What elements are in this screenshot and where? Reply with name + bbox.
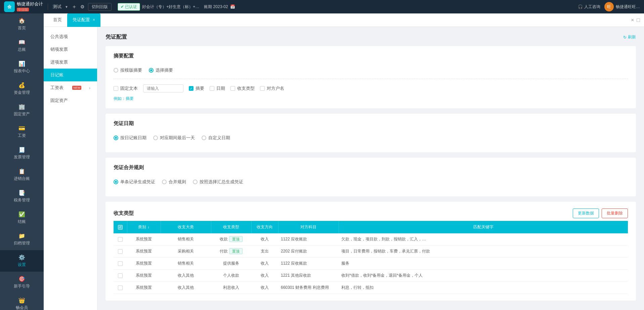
checkbox-0[interactable] <box>118 237 123 242</box>
logo-icon: 会 <box>4 1 15 12</box>
new-badge: NEW <box>72 86 81 90</box>
checkbox-summary[interactable]: ✓ 摘要 <box>189 85 204 91</box>
row-main-type-3: 收入其他 <box>161 270 211 282</box>
guide-icon: 🎯 <box>18 276 25 282</box>
row-checkbox-3[interactable] <box>114 270 127 282</box>
row-checkbox-4[interactable] <box>114 282 127 294</box>
minimize-button[interactable]: × <box>631 17 634 23</box>
row-checkbox-0[interactable] <box>114 233 127 245</box>
th-account: 对方科目 <box>278 221 339 233</box>
summary-radio-group: 按模版摘要 选择摘要 <box>114 67 628 73</box>
row-main-type-0: 销售相关 <box>161 233 211 245</box>
dropdown-icon[interactable]: ▼ <box>65 5 68 9</box>
home-icon: 🏠 <box>18 17 25 24</box>
crown-icon: 👑 <box>18 297 25 304</box>
table-row: 系统预置 销售相关 提供服务 收入 1122 应收账款 服务 <box>114 258 628 270</box>
sidebar-item-home[interactable]: 🏠 首页 <box>0 13 44 35</box>
row-main-type-1: 采购相关 <box>161 245 211 258</box>
sidebar-item-reports[interactable]: 📊 报表中心 <box>0 56 44 78</box>
left-nav-item-journal[interactable]: 日记账 <box>44 69 97 81</box>
checkbox-1[interactable] <box>118 249 123 254</box>
merge-rules-radio-group: 单条记录生成凭证 合并规则 按照选择汇总生成凭证 <box>114 179 628 185</box>
tab-close-icon[interactable]: × <box>93 17 95 22</box>
left-nav-item-sales-invoice[interactable]: 销项发票 <box>44 43 97 56</box>
row-sub-type-2: 提供服务 <box>211 258 251 270</box>
sidebar-item-tax[interactable]: 📑 税务管理 <box>0 186 44 207</box>
row-checkbox-1[interactable] <box>114 245 127 258</box>
main-panel: 凭证配置 ↻ 刷新 摘要配置 按模版摘要 <box>97 27 644 310</box>
row-direction-4: 收入 <box>251 282 278 294</box>
update-data-button[interactable]: 更新数据 <box>573 208 599 218</box>
tax-icon: 📑 <box>18 190 25 196</box>
row-checkbox-2[interactable] <box>114 258 127 270</box>
sidebar-item-guide[interactable]: 🎯 新手引导 <box>0 272 44 293</box>
radio-template-summary[interactable]: 按模版摘要 <box>114 67 142 73</box>
row-account-1: 2202 应付账款 <box>278 245 339 258</box>
sidebar-item-purchase[interactable]: 📋 进销台账 <box>0 164 44 186</box>
radio-single-record[interactable]: 单条记录生成凭证 <box>114 179 155 185</box>
reset-tag-1[interactable]: 置顶 <box>229 248 243 254</box>
checkbox-box-counterpart <box>260 86 265 91</box>
summary-config-section: 摘要配置 按模版摘要 选择摘要 <box>105 46 636 108</box>
sidebar-item-finance[interactable]: 💰 资金管理 <box>0 78 44 100</box>
row-sub-type-0: 收款 置顶 <box>211 233 251 245</box>
batch-delete-button[interactable]: 批量删除 <box>602 208 628 218</box>
user-name: 畅捷通旺旺… <box>616 4 640 10</box>
help-button[interactable]: 🎧 人工咨询 <box>578 4 600 10</box>
checkbox-income-type[interactable]: 收支类型 <box>230 85 255 91</box>
left-nav-item-public[interactable]: 公共选项 <box>44 30 97 43</box>
left-nav-item-purchase-invoice[interactable]: 进项发票 <box>44 56 97 69</box>
checkbox-3[interactable] <box>118 273 123 278</box>
row-category-2: 系统预置 <box>127 258 161 270</box>
refresh-button[interactable]: ↻ 刷新 <box>623 34 636 40</box>
fixed-text-input[interactable] <box>143 84 183 92</box>
radio-journal-date[interactable]: 按日记账日期 <box>114 135 146 141</box>
left-nav-item-fixed-assets[interactable]: 固定资产 <box>44 94 97 107</box>
tab-home[interactable]: 首页 <box>48 13 67 27</box>
switch-version-button[interactable]: 切到旧版 <box>88 3 112 11</box>
example-text: 例如：摘要 <box>114 96 628 102</box>
maximize-button[interactable]: □ <box>637 17 640 23</box>
row-sub-type-4: 利息收入 <box>211 282 251 294</box>
sidebar-item-settings[interactable]: ⚙️ 设置 <box>0 250 44 272</box>
invoice-icon: 🧾 <box>18 147 25 153</box>
building-icon: 🏢 <box>18 104 25 110</box>
checkbox-box-income <box>230 86 235 91</box>
sidebar-item-assets[interactable]: 🏢 固定资产 <box>0 100 44 121</box>
row-direction-3: 收入 <box>251 270 278 282</box>
income-expense-table: ✓ 类别 ↓ 收支大类 收支类型 收支方向 对方科目 匹配关键字 <box>114 221 628 294</box>
sidebar-item-close[interactable]: ✅ 结账 <box>0 207 44 229</box>
checkbox-fixed-text[interactable]: 固定文本 <box>114 85 138 91</box>
calendar-icon[interactable]: 📅 <box>230 4 235 9</box>
th-select-all[interactable]: ✓ <box>114 221 127 233</box>
radio-custom-date[interactable]: 自定义日期 <box>202 135 230 141</box>
page-title: 凭证配置 <box>105 34 127 41</box>
sidebar-item-salary[interactable]: 💳 工资 <box>0 121 44 143</box>
reset-tag-0[interactable]: 置顶 <box>229 236 243 242</box>
checkbox-box-unchecked <box>114 86 118 91</box>
sidebar-item-ledger[interactable]: 📖 总账 <box>0 35 44 56</box>
radio-select-summary[interactable]: 选择摘要 <box>149 67 173 73</box>
settings-icon[interactable]: ⚙ <box>80 4 85 9</box>
sidebar-item-archive[interactable]: 📁 归档管理 <box>0 229 44 250</box>
test-label: 测试 <box>53 4 61 10</box>
tab-voucher-config[interactable]: 凭证配置 × <box>67 13 100 27</box>
sidebar-item-invoice[interactable]: 🧾 发票管理 <box>0 143 44 164</box>
select-all-checkbox[interactable]: ✓ <box>118 225 123 230</box>
sidebar-item-vip[interactable]: 👑 畅会员 <box>0 293 44 310</box>
checkbox-counterpart[interactable]: 对方户名 <box>260 85 284 91</box>
left-nav-item-payroll[interactable]: 工资表 NEW › <box>44 81 97 94</box>
refresh-icon: ↻ <box>623 35 627 40</box>
radio-merge-rule[interactable]: 合并规则 <box>162 179 186 185</box>
radio-period-last-day[interactable]: 对应期间最后一天 <box>153 135 195 141</box>
merge-rules-title: 凭证合并规则 <box>114 164 628 173</box>
checkbox-2[interactable] <box>118 261 123 266</box>
checkbox-date[interactable]: 日期 <box>210 85 225 91</box>
checkbox-4[interactable] <box>118 285 123 290</box>
add-icon[interactable]: ＋ <box>72 3 77 10</box>
content-area: 首页 凭证配置 × × □ 公共选项 销项发票 进项发票 <box>44 13 644 310</box>
row-keywords-2: 服务 <box>339 258 628 270</box>
checkbox-box-checked: ✓ <box>189 86 194 91</box>
radio-aggregate[interactable]: 按照选择汇总生成凭证 <box>193 179 243 185</box>
row-keywords-0: 欠款，现金，项目款，到款，报销款，汇入，… <box>339 233 628 245</box>
